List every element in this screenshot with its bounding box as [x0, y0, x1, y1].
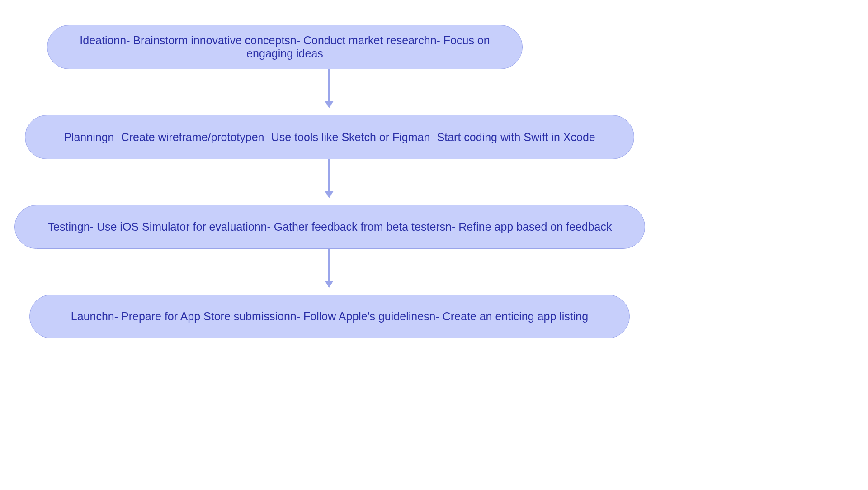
arrow-1 [328, 69, 330, 107]
node-testing: Testingn- Use iOS Simulator for evaluati… [14, 205, 645, 249]
node-ideation: Ideationn- Brainstorm innovative concept… [47, 25, 523, 69]
node-text: Testingn- Use iOS Simulator for evaluati… [48, 220, 612, 233]
node-planning: Planningn- Create wireframe/prototypen- … [25, 115, 634, 159]
arrow-2 [328, 159, 330, 197]
flowchart-canvas: Ideationn- Brainstorm innovative concept… [0, 0, 868, 490]
node-text: Ideationn- Brainstorm innovative concept… [57, 34, 513, 60]
node-text: Launchn- Prepare for App Store submissio… [71, 310, 588, 323]
node-launch: Launchn- Prepare for App Store submissio… [29, 295, 630, 338]
node-text: Planningn- Create wireframe/prototypen- … [64, 131, 595, 144]
arrow-3 [328, 249, 330, 287]
